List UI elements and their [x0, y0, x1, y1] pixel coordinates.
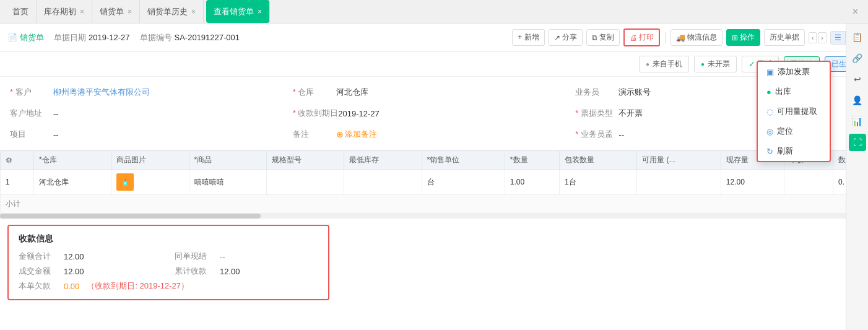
not-open-button[interactable]: 未开票: [694, 56, 737, 72]
col-gear[interactable]: ⚙: [1, 151, 34, 170]
subtotal-label: 小计: [1, 195, 868, 214]
total-label: 金额合计: [19, 251, 59, 262]
divider: [665, 32, 666, 43]
close-icon[interactable]: ×: [258, 7, 262, 16]
customer-value[interactable]: 柳州粤港平安气体有限公司: [53, 87, 150, 98]
total-value: 12.00: [64, 252, 84, 261]
prev-button[interactable]: ‹: [809, 32, 817, 43]
share-icon: ↗: [554, 33, 560, 42]
next-button[interactable]: ›: [818, 32, 827, 43]
cumulative-label: 累计收款: [175, 266, 215, 277]
add-invoice-item[interactable]: ▣ 添加发票: [758, 62, 830, 82]
cell-available: [637, 170, 721, 195]
cell-unit: 台: [422, 170, 505, 195]
project-value: --: [53, 130, 59, 139]
tab-view-sales-order[interactable]: 查看销货单 ×: [206, 0, 270, 23]
sidebar-icon-list[interactable]: 📋: [849, 28, 866, 46]
form-area: 客户 柳州粤港平安气体有限公司 仓库 河北仓库 业务员 演示账号 客户地址 --…: [0, 77, 868, 150]
invoice-value: 不开票: [618, 108, 643, 119]
share-button[interactable]: ↗ 分享: [549, 29, 583, 46]
doc-number: 单据编号 SA-20191227-001: [140, 32, 240, 43]
table-wrapper: ⚙ *仓库 商品图片 *商品 规格型号 最低库存 *销售单位 *数量 包装数量 …: [0, 150, 868, 219]
due-date-row: 收款到期日 2019-12-27: [293, 105, 576, 121]
can-take-item[interactable]: ◌ 可用量提取: [758, 102, 830, 121]
close-icon[interactable]: ×: [80, 7, 84, 16]
cell-pack: 1台: [559, 170, 636, 195]
locate-item[interactable]: ◎ 定位: [758, 121, 830, 141]
close-icon[interactable]: ×: [191, 7, 196, 16]
due-date-label: 收款到期日: [293, 108, 339, 119]
deal-amount-value: 12.00: [64, 267, 84, 276]
scroll-thumb[interactable]: [0, 214, 261, 219]
new-button[interactable]: + 新增: [512, 29, 544, 46]
close-icon[interactable]: ×: [128, 7, 132, 16]
address-label: 客户地址: [10, 108, 53, 119]
doc-actions: + 新增 ↗ 分享 ⧉ 复制 🖨 打印 🚚 物流信息 ⊞ 操作: [512, 28, 861, 46]
cell-warehouse: 河北仓库: [33, 170, 111, 195]
main-content: 📄 销货单 单据日期 2019-12-27 单据编号 SA-20191227-0…: [0, 24, 868, 330]
tab-home[interactable]: 首页: [5, 0, 37, 23]
customer-label: 客户: [10, 87, 53, 98]
sidebar-icon-link[interactable]: 🔗: [849, 50, 866, 67]
history-button[interactable]: 历史单据: [764, 29, 805, 46]
copy-button[interactable]: ⧉ 复制: [586, 29, 620, 46]
cell-product: 嘻嘻嘻嘻: [189, 170, 266, 195]
cumulative-row: 累计收款 12.00: [175, 266, 318, 277]
payment-title: 收款信息: [19, 233, 318, 245]
total-row: 金额合计 12.00: [19, 251, 162, 262]
tab-sales-history[interactable]: 销货单历史 ×: [140, 0, 204, 23]
col-unit: *销售单位: [422, 151, 505, 170]
tab-inventory-init[interactable]: 库存期初 ×: [37, 0, 92, 23]
out-stock-item[interactable]: ● 出库: [758, 82, 830, 102]
plus-icon: ⊕: [336, 129, 344, 139]
products-table: ⚙ *仓库 商品图片 *商品 规格型号 最低库存 *销售单位 *数量 包装数量 …: [0, 150, 868, 214]
sidebar-icon-return[interactable]: ↩: [849, 71, 866, 88]
staff-label: 业务员: [575, 87, 618, 98]
invoice-label: 票据类型: [575, 108, 618, 119]
col-product-img: 商品图片: [111, 151, 189, 170]
same-order-label: 同单现结: [175, 251, 215, 262]
print-button[interactable]: 🖨 打印: [623, 28, 660, 46]
sidebar-icon-user[interactable]: 👤: [849, 92, 866, 109]
project-label: 项目: [10, 129, 53, 140]
nav-arrows: ‹ ›: [809, 32, 827, 43]
col-spec: 规格型号: [266, 151, 344, 170]
payment-grid: 金额合计 12.00 同单现结 -- 成交金额 12.00 累计收款 12.00…: [19, 251, 318, 292]
project-row: 项目 --: [10, 126, 293, 142]
cell-num: 1: [1, 170, 34, 195]
same-order-row: 同单现结 --: [175, 251, 318, 262]
owed-value: 0.00: [64, 282, 79, 291]
col-quantity: *数量: [505, 151, 559, 170]
logistics-button[interactable]: 🚚 物流信息: [671, 29, 723, 46]
staff-value: 演示账号: [618, 87, 651, 98]
cumulative-value: 12.00: [220, 267, 240, 276]
doc-date: 单据日期 2019-12-27: [54, 32, 130, 43]
window-close-button[interactable]: ×: [848, 6, 863, 17]
notes-row: 备注 ⊕ 添加备注: [293, 126, 576, 142]
address-row: 客户地址 --: [10, 105, 293, 121]
cell-min-stock: [344, 170, 422, 195]
tab-bar: 首页 库存期初 × 销货单 × 销货单历史 × 查看销货单 × ×: [0, 0, 868, 24]
tab-sales-order[interactable]: 销货单 ×: [92, 0, 140, 23]
refresh-item[interactable]: ↻ 刷新: [758, 141, 830, 161]
sidebar-icon-chart[interactable]: 📊: [849, 113, 866, 130]
add-note-button[interactable]: ⊕ 添加备注: [336, 129, 377, 140]
warehouse-value: 河北仓库: [336, 87, 368, 98]
locate-icon: ◎: [766, 127, 773, 136]
horizontal-scrollbar[interactable]: [0, 214, 868, 219]
sidebar-icon-expand[interactable]: ⛶: [849, 134, 866, 151]
deal-amount-label: 成交金额: [19, 266, 59, 277]
salesperson-value: --: [618, 130, 624, 139]
warehouse-label: 仓库: [293, 87, 336, 98]
list-view-button[interactable]: ☰: [830, 31, 846, 45]
from-phone-button[interactable]: 来自手机: [639, 56, 689, 72]
col-available: 可用量 (...: [637, 151, 721, 170]
cell-price: [784, 170, 833, 195]
cell-quantity: 1.00: [505, 170, 559, 195]
cell-spec: [266, 170, 344, 195]
operation-button[interactable]: ⊞ 操作: [726, 29, 760, 46]
out-stock-icon: ●: [766, 87, 771, 97]
doc-meta: 单据日期 2019-12-27 单据编号 SA-20191227-001: [54, 32, 240, 43]
customer-row: 客户 柳州粤港平安气体有限公司: [10, 84, 293, 100]
copy-icon: ⧉: [592, 33, 597, 42]
